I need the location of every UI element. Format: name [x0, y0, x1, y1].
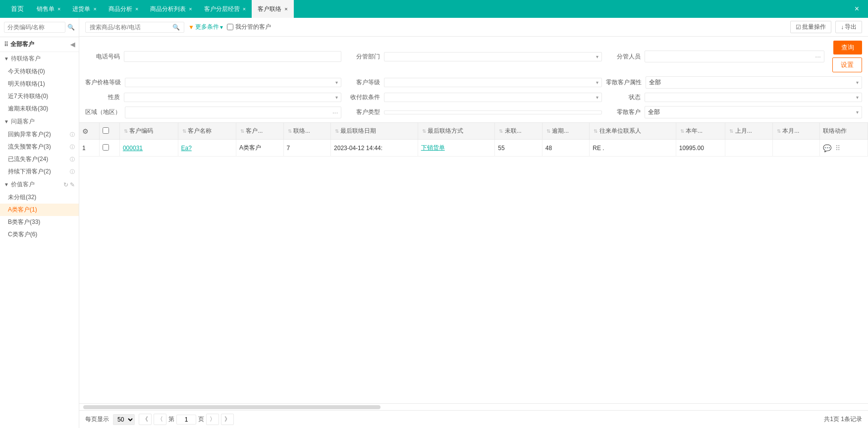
tab-customer-tier[interactable]: 客户分层经营 × [198, 0, 252, 18]
content-area: 🔍 ▼ 更多条件 ▾ 我分管的客户 ☑ 批量操作 ↓ 导出 [79, 18, 868, 428]
value-arrow-icon: ▼ [4, 182, 9, 187]
col-last-date-header: ⇅ 最后联络日期 [331, 123, 418, 140]
prev-page-button[interactable]: 〈 [154, 414, 166, 425]
sidebar-item-repurchase[interactable]: 回购异常客户(2) ⓘ [0, 128, 79, 141]
region-select[interactable]: ··· [125, 107, 341, 118]
row-last-date: 2023-04-12 14:44: [331, 140, 418, 157]
row-code[interactable]: 000031 [119, 140, 178, 157]
sidebar-item-a-class[interactable]: A类客户(1) [0, 204, 79, 216]
qr-action-icon[interactable]: ⠿ [835, 144, 840, 152]
filter-search-container: 🔍 [85, 22, 184, 33]
batch-ops-button[interactable]: ☑ 批量操作 [790, 21, 831, 33]
row-this-month [772, 140, 819, 157]
col-no-contact-header: ⇅ 未联... [495, 123, 542, 140]
sidebar-item-unclassified[interactable]: 未分组(32) [0, 191, 79, 204]
sidebar-item-b-class[interactable]: B类客户(33) [0, 216, 79, 228]
retail-attr-select[interactable]: 全部 ▾ [646, 76, 862, 89]
query-button[interactable]: 查询 [833, 41, 862, 54]
retail-customer-select[interactable]: 全部 ▾ [645, 106, 862, 118]
page-number-input[interactable] [176, 415, 196, 425]
tab-purchase[interactable]: 进货单 × [66, 0, 102, 18]
close-customer-tier-tab[interactable]: × [243, 6, 246, 12]
sidebar-item-churn-warning[interactable]: 流失预警客户(3) ⓘ [0, 141, 79, 153]
sort-icon-this-month: ⇅ [777, 128, 781, 134]
info-icon-repurchase: ⓘ [70, 131, 75, 138]
payment-select[interactable]: ▾ [384, 93, 601, 102]
col-this-month-header: ⇅ 本月... [772, 123, 819, 140]
set-button[interactable]: 设置 [832, 57, 862, 72]
row-name[interactable]: Ea? [178, 140, 236, 157]
tab-analysis[interactable]: 商品分析 × [103, 0, 144, 18]
sidebar-item-tomorrow[interactable]: 明天待联络(1) [0, 78, 79, 90]
row-last-method[interactable]: 下销货单 [418, 140, 495, 157]
page-size-select[interactable]: 50 [113, 414, 135, 425]
phone-input[interactable] [124, 51, 341, 62]
status-select[interactable]: ▾ [645, 93, 862, 102]
nature-select[interactable]: ▾ [124, 93, 341, 102]
value-customers-group[interactable]: ▼ 价值客户 ↻ ✎ [0, 178, 79, 191]
tab-sales[interactable]: 销售单 × [31, 0, 66, 18]
sidebar-item-churned[interactable]: 已流失客户(24) ⓘ [0, 153, 79, 165]
price-grade-select[interactable]: ▾ [125, 78, 341, 87]
scroll-thumb[interactable] [83, 405, 380, 409]
first-page-button[interactable]: 《 [139, 414, 152, 425]
customer-grade-select[interactable]: ▾ [384, 78, 601, 87]
retail-customer-value: 全部 [648, 108, 660, 116]
row-type: A类客户 [236, 140, 283, 157]
customer-type-select[interactable] [384, 110, 601, 114]
dept-select[interactable]: ▾ [384, 52, 601, 61]
nature-label: 性质 [85, 93, 120, 102]
close-analysis-tab[interactable]: × [135, 6, 138, 12]
page-label: 第 [168, 415, 174, 424]
row-overdue: 48 [542, 140, 589, 157]
sidebar-search-input[interactable] [4, 22, 65, 33]
person-select[interactable]: ··· [645, 51, 824, 62]
row-checkbox[interactable] [103, 144, 109, 151]
close-purchase-tab[interactable]: × [93, 6, 96, 12]
export-icon: ↓ [841, 24, 844, 31]
value-group-icons[interactable]: ↻ ✎ [63, 181, 75, 188]
next-page-button[interactable]: 〉 [206, 414, 219, 425]
col-unit-contact-header: ⇅ 往来单位联系人 [590, 123, 676, 140]
select-all-checkbox[interactable] [103, 127, 109, 134]
my-customers-checkbox[interactable] [227, 24, 233, 30]
pagination: 《 〈 第 页 〉 》 [139, 414, 234, 425]
last-page-button[interactable]: 》 [221, 414, 234, 425]
close-customer-contact-tab[interactable]: × [284, 6, 287, 12]
more-filters-button[interactable]: ▼ 更多条件 ▾ [188, 23, 223, 31]
sidebar-item-today[interactable]: 今天待联络(0) [0, 65, 79, 78]
filter-search-input[interactable] [90, 24, 170, 31]
row-actions: 💬 ⠿ [820, 140, 868, 157]
filter-icon: ▼ [188, 24, 194, 31]
table-footer: 每页显示 50 《 〈 第 页 〉 》 共1页 1条记录 [79, 410, 868, 428]
info-icon-churn: ⓘ [70, 144, 75, 151]
filter-bar: 🔍 ▼ 更多条件 ▾ 我分管的客户 ☑ 批量操作 ↓ 导出 [79, 18, 868, 37]
customer-grade-label: 客户等级 [345, 78, 380, 87]
horizontal-scrollbar[interactable] [79, 403, 868, 410]
close-analysis-list-tab[interactable]: × [189, 6, 192, 12]
tab-analysis-list[interactable]: 商品分析列表 × [144, 0, 198, 18]
filter-search-icon[interactable]: 🔍 [172, 24, 180, 31]
problem-customers-label: 问题客户 [11, 117, 35, 126]
sidebar-collapse-button[interactable]: ◀ [70, 41, 75, 48]
sort-icon-date: ⇅ [335, 128, 339, 134]
customer-table: ⚙ ⇅ 客户编码 ⇅ 客户名称 [79, 123, 868, 157]
chat-action-icon[interactable]: 💬 [823, 144, 831, 152]
home-tab[interactable]: 首页 [4, 0, 31, 18]
window-close-button[interactable]: × [850, 4, 864, 13]
last-method-link[interactable]: 下销货单 [421, 144, 445, 151]
close-sales-tab[interactable]: × [57, 6, 60, 12]
filter-row-person: 分管人员 ··· 查询 设置 [606, 41, 862, 72]
pending-contact-group[interactable]: ▼ 待联络客户 [0, 52, 79, 65]
sidebar-item-7days[interactable]: 近7天待联络(0) [0, 90, 79, 103]
sidebar-item-declining[interactable]: 持续下滑客户(2) ⓘ [0, 165, 79, 178]
problem-customers-group[interactable]: ▼ 问题客户 [0, 115, 79, 128]
sidebar-item-c-class[interactable]: C类客户(6) [0, 228, 79, 241]
filter-row-price-grade: 客户价格等级 ▾ [85, 76, 341, 89]
export-button[interactable]: ↓ 导出 [835, 21, 862, 33]
sidebar-search-icon[interactable]: 🔍 [67, 24, 75, 31]
filter-row-status: 状态 ▾ [606, 93, 862, 102]
tab-customer-contact[interactable]: 客户联络 × [252, 0, 293, 18]
sidebar-item-overdue[interactable]: 逾期未联络(30) [0, 103, 79, 115]
column-settings-icon[interactable]: ⚙ [82, 127, 89, 135]
